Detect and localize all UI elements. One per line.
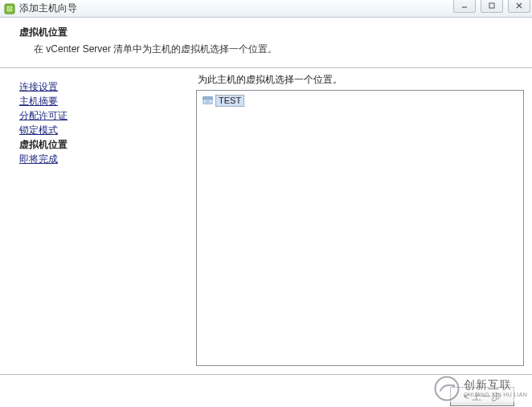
tree-item-datacenter[interactable]: TEST bbox=[202, 94, 518, 107]
titlebar: 添加主机向导 bbox=[0, 0, 532, 18]
step-ready-to-complete[interactable]: 即将完成 bbox=[19, 152, 182, 166]
main-panel: 为此主机的虚拟机选择一个位置。 TEST bbox=[191, 68, 532, 374]
maximize-button[interactable] bbox=[481, 0, 503, 13]
svg-rect-4 bbox=[203, 96, 211, 99]
step-host-summary[interactable]: 主机摘要 bbox=[19, 94, 182, 108]
close-button[interactable] bbox=[508, 0, 530, 13]
app-icon bbox=[3, 2, 16, 15]
tree-item-label: TEST bbox=[215, 95, 244, 107]
window-title: 添加主机向导 bbox=[19, 2, 77, 15]
window-controls bbox=[453, 0, 530, 13]
page-subtitle: 在 vCenter Server 清单中为主机的虚拟机选择一个位置。 bbox=[34, 43, 516, 56]
wizard-body: 连接设置 主机摘要 分配许可证 锁定模式 虚拟机位置 即将完成 为此主机的虚拟机… bbox=[0, 68, 532, 375]
location-prompt: 为此主机的虚拟机选择一个位置。 bbox=[198, 73, 524, 87]
wizard-footer: < 上一步 bbox=[0, 375, 532, 407]
step-vm-location: 虚拟机位置 bbox=[19, 137, 182, 152]
step-connection-settings[interactable]: 连接设置 bbox=[19, 79, 182, 94]
wizard-header: 虚拟机位置 在 vCenter Server 清单中为主机的虚拟机选择一个位置。 bbox=[0, 18, 532, 68]
back-button[interactable]: < 上一步 bbox=[450, 387, 514, 406]
step-lockdown-mode[interactable]: 锁定模式 bbox=[19, 123, 182, 137]
datacenter-icon bbox=[202, 95, 213, 106]
page-title: 虚拟机位置 bbox=[19, 26, 516, 39]
step-assign-license[interactable]: 分配许可证 bbox=[19, 108, 182, 123]
wizard-steps: 连接设置 主机摘要 分配许可证 锁定模式 虚拟机位置 即将完成 bbox=[0, 68, 191, 374]
location-tree[interactable]: TEST bbox=[196, 90, 524, 366]
minimize-button[interactable] bbox=[453, 0, 476, 13]
svg-rect-2 bbox=[489, 3, 494, 8]
